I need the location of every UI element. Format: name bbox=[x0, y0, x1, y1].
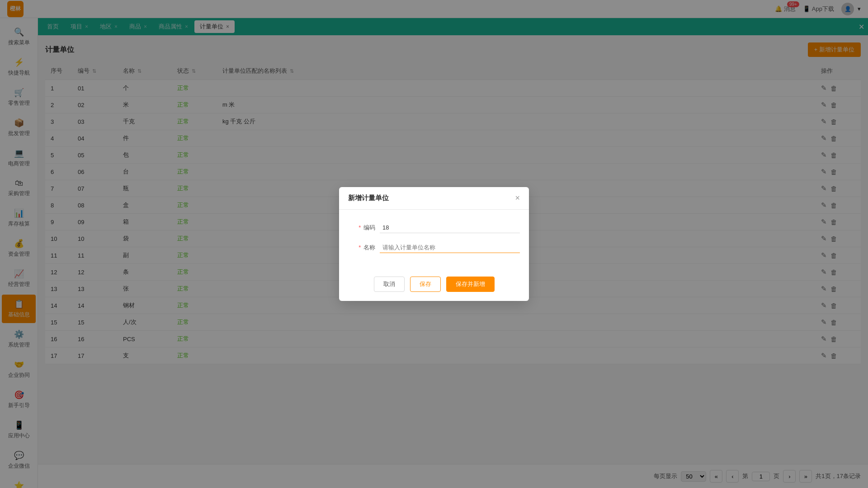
cancel-button[interactable]: 取消 bbox=[374, 277, 405, 292]
form-row-code: * 编码 bbox=[348, 222, 520, 233]
name-label: * 名称 bbox=[348, 244, 375, 252]
modal-title: 新增计量单位 bbox=[348, 194, 389, 202]
modal-header: 新增计量单位 × bbox=[339, 187, 529, 210]
code-input[interactable] bbox=[380, 222, 520, 233]
code-label: * 编码 bbox=[348, 224, 375, 232]
save-and-new-button[interactable]: 保存并新增 bbox=[446, 277, 495, 292]
form-row-name: * 名称 bbox=[348, 242, 520, 253]
required-asterisk-code: * bbox=[359, 224, 361, 231]
add-unit-modal: 新增计量单位 × * 编码 * 名称 取消 保存 保存并新增 bbox=[339, 187, 529, 301]
save-button[interactable]: 保存 bbox=[410, 277, 441, 292]
modal-body: * 编码 * 名称 bbox=[339, 210, 529, 271]
name-label-text: 名称 bbox=[363, 244, 375, 251]
modal-footer: 取消 保存 保存并新增 bbox=[339, 271, 529, 301]
name-input[interactable] bbox=[380, 242, 520, 253]
modal-close-button[interactable]: × bbox=[515, 193, 520, 203]
required-asterisk-name: * bbox=[359, 244, 361, 251]
modal-overlay: 新增计量单位 × * 编码 * 名称 取消 保存 保存并新增 bbox=[0, 0, 868, 488]
code-label-text: 编码 bbox=[363, 224, 375, 231]
